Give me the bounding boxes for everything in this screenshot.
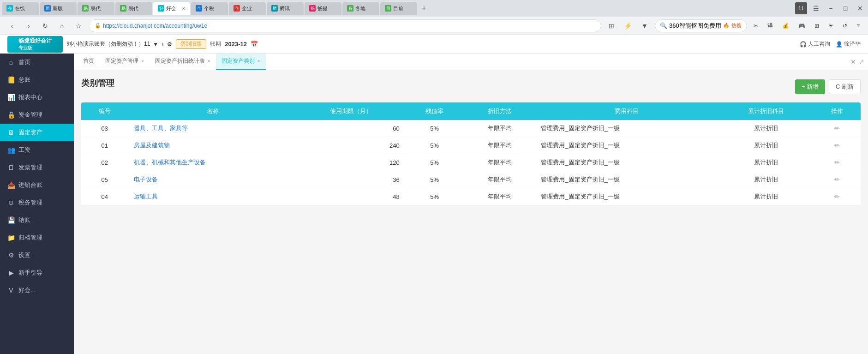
address-field[interactable]: 🔒 https://cloud.chanjet.com/accounting/u… bbox=[89, 19, 601, 32]
funds-icon: 🔒 bbox=[7, 111, 15, 119]
close-category-tab[interactable]: × bbox=[257, 59, 260, 64]
switch-version-btn[interactable]: 切到旧版 bbox=[176, 39, 206, 49]
sidebar-item-settlement[interactable]: 💾 结账 bbox=[0, 211, 74, 229]
browser-tab-online[interactable]: 在 在线 bbox=[2, 2, 39, 15]
sidebar-item-settings[interactable]: ⚙ 设置 bbox=[0, 246, 74, 264]
close-asset-mgmt-tab[interactable]: × bbox=[141, 59, 144, 64]
cell-name-0[interactable]: 器具、工具、家具等 bbox=[128, 120, 297, 137]
cell-method-4: 年限平均 bbox=[464, 188, 536, 205]
game-btn[interactable]: 🎮 bbox=[796, 22, 808, 30]
sidebar-item-home[interactable]: ⌂ 首页 bbox=[0, 54, 74, 71]
nav-home[interactable]: ⌂ bbox=[55, 19, 68, 32]
browser-tab-gedi[interactable]: 各 各地 bbox=[342, 2, 379, 15]
nav-refresh[interactable]: ↻ bbox=[39, 19, 52, 32]
cell-action-1[interactable]: ✏ bbox=[814, 137, 861, 154]
sidebar-item-invoice[interactable]: 🗒 发票管理 bbox=[0, 159, 74, 176]
settings-icon: ⚙ bbox=[7, 252, 15, 259]
sidebar-item-fixed-assets[interactable]: 🖥 固定资产 bbox=[0, 124, 74, 141]
account-add[interactable]: + bbox=[161, 41, 164, 48]
browser-tab-muqian[interactable]: 目 目前 bbox=[380, 2, 417, 15]
scissors-btn[interactable]: ✂ bbox=[751, 22, 761, 30]
settlement-icon: 💾 bbox=[7, 216, 15, 224]
table-header-row: 编号 名称 使用期限（月） 残值率 折旧方法 费用科目 累计折旧科目 操作 bbox=[81, 102, 861, 120]
browser-tab-yidai2[interactable]: 易 易代 bbox=[115, 2, 152, 15]
browser-tab-haohui[interactable]: 好 好会 ✕ bbox=[153, 2, 190, 15]
lightning-icon[interactable]: ⚡ bbox=[622, 19, 635, 32]
table-row: 02 机器、机械和其他生产设备 120 5% 年限平均 管理费用_固定资产折旧_… bbox=[81, 154, 861, 171]
app-tab-depreciation[interactable]: 固定资产折旧统计表 × bbox=[150, 54, 216, 70]
browser-tab-qiye[interactable]: 企 企业 bbox=[229, 2, 266, 15]
translate-btn[interactable]: 译 bbox=[765, 21, 776, 30]
tab-label-2: 新版 bbox=[53, 5, 72, 12]
sidebar-item-salary[interactable]: 👥 工资 bbox=[0, 141, 74, 159]
sidebar-label-guide: 新手引导 bbox=[18, 269, 42, 277]
sidebar-item-more[interactable]: V 好会... bbox=[0, 282, 74, 299]
search-bar[interactable]: 🔍 360智能抠图免费用 🔥 热搜 bbox=[655, 19, 747, 32]
user-profile-btn[interactable]: 👤 徐泽华 bbox=[836, 40, 861, 48]
cell-name-2[interactable]: 机器、机械和其他生产设备 bbox=[128, 154, 297, 171]
sidebar-item-purchase-sale[interactable]: 📥 进销台账 bbox=[0, 176, 74, 194]
window-close-btn[interactable]: ✕ bbox=[850, 58, 856, 66]
account-dropdown[interactable]: ▼ bbox=[153, 41, 158, 48]
app-logo-container: 畅捷通好会计 专业版 bbox=[18, 37, 52, 51]
nav-bookmark[interactable]: ☆ bbox=[72, 19, 85, 32]
sidebar-item-tax[interactable]: ⊙ 税务管理 bbox=[0, 194, 74, 211]
browser-tab-changtí[interactable]: 畅 畅提 bbox=[305, 2, 341, 15]
tab-action-menu[interactable]: ☰ bbox=[810, 2, 822, 14]
tab-action-minimize[interactable]: − bbox=[825, 2, 837, 14]
cell-accumulated-2: 累计折旧 bbox=[718, 154, 814, 171]
tab-action-counter[interactable]: 11 bbox=[795, 2, 807, 14]
app-tab-category[interactable]: 固定资产类别 × bbox=[216, 54, 266, 70]
cell-name-3[interactable]: 电子设备 bbox=[128, 171, 297, 188]
tab-action-close[interactable]: ✕ bbox=[854, 2, 866, 14]
sidebar-item-reports[interactable]: 📊 报表中心 bbox=[0, 89, 74, 106]
nav-forward[interactable]: › bbox=[22, 19, 35, 32]
edit-icon-3[interactable]: ✏ bbox=[834, 176, 840, 183]
close-depreciation-tab[interactable]: × bbox=[208, 59, 210, 64]
sidebar-item-guide[interactable]: ▶ 新手引导 bbox=[0, 264, 74, 282]
window-expand-btn[interactable]: ⤢ bbox=[859, 58, 864, 66]
device-icon[interactable]: ⊞ bbox=[605, 19, 618, 32]
calendar-icon[interactable]: 📅 bbox=[251, 41, 258, 48]
dropdown-icon[interactable]: ▼ bbox=[638, 19, 651, 32]
cell-name-4[interactable]: 运输工具 bbox=[128, 188, 297, 205]
sidebar-item-ledger[interactable]: 📒 总账 bbox=[0, 71, 74, 89]
nav-back[interactable]: ‹ bbox=[6, 19, 18, 32]
browser-tab-yidai1[interactable]: 易 易代 bbox=[78, 2, 114, 15]
grid-btn[interactable]: ⊞ bbox=[812, 22, 822, 30]
browser-tab-tengxun[interactable]: 腾 腾讯 bbox=[267, 2, 304, 15]
account-info: 刘小艳演示账套（勿删勿动！）11 ▼ + ⚙ bbox=[66, 40, 172, 48]
wallet-btn[interactable]: 💰 bbox=[779, 22, 792, 30]
invoice-icon: 🗒 bbox=[7, 164, 15, 171]
cell-action-3[interactable]: ✏ bbox=[814, 171, 861, 188]
add-button[interactable]: + 新增 bbox=[795, 79, 825, 94]
cell-name-1[interactable]: 房屋及建筑物 bbox=[128, 137, 297, 154]
browser-tab-geshui[interactable]: 个 个税 bbox=[191, 2, 228, 15]
edit-icon-0[interactable]: ✏ bbox=[834, 125, 840, 132]
tab-favicon-1: 在 bbox=[6, 5, 13, 12]
edit-icon-4[interactable]: ✏ bbox=[834, 193, 840, 200]
cell-action-4[interactable]: ✏ bbox=[814, 188, 861, 205]
app-tab-home[interactable]: 首页 bbox=[78, 54, 100, 70]
th-action: 操作 bbox=[814, 102, 861, 120]
browser-tab-new[interactable]: 新 新版 bbox=[40, 2, 77, 15]
refresh-button[interactable]: C 刷新 bbox=[829, 79, 861, 94]
tab-close-5[interactable]: ✕ bbox=[182, 6, 186, 11]
edit-icon-2[interactable]: ✏ bbox=[834, 159, 840, 166]
cell-action-0[interactable]: ✏ bbox=[814, 120, 861, 137]
sidebar-item-funds[interactable]: 🔒 资金管理 bbox=[0, 106, 74, 124]
new-tab-button[interactable]: + bbox=[418, 2, 430, 14]
sidebar-item-archive[interactable]: 📁 归档管理 bbox=[0, 229, 74, 246]
tab-action-maximize[interactable]: □ bbox=[839, 2, 851, 14]
edit-icon-1[interactable]: ✏ bbox=[834, 142, 840, 149]
support-btn[interactable]: 🎧 人工咨询 bbox=[800, 40, 830, 48]
brightness-btn[interactable]: ☀ bbox=[826, 22, 836, 30]
app-tab-asset-mgmt[interactable]: 固定资产管理 × bbox=[100, 54, 150, 70]
more-btn[interactable]: ≡ bbox=[854, 22, 862, 30]
tab-favicon-7: 企 bbox=[233, 5, 240, 12]
cell-action-2[interactable]: ✏ bbox=[814, 154, 861, 171]
cell-code-3: 05 bbox=[81, 171, 128, 188]
undo-btn[interactable]: ↺ bbox=[840, 22, 850, 30]
account-settings[interactable]: ⚙ bbox=[167, 41, 172, 48]
tab-label-11: 目前 bbox=[393, 5, 413, 12]
